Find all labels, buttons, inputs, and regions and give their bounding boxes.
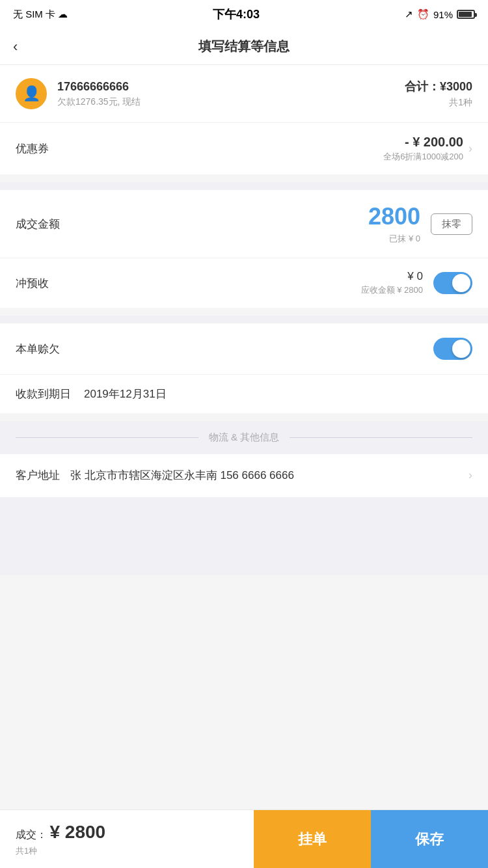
section-gap-1 [0,182,488,190]
customer-right: 合计：¥3000 共1种 [405,79,472,109]
logistics-title: 物流 & 其他信息 [198,431,290,444]
arrears-toggle[interactable] [433,338,472,360]
deal-amount-block: 2800 已抹 ¥ 0 [368,203,420,245]
coupon-label: 优惠券 [16,141,49,156]
page-title: 填写结算等信息 [198,38,290,55]
prepay-amount: ¥ 0 [361,270,423,283]
coupon-discount: - ¥ 200.00 [383,135,463,150]
deal-label: 成交金额 [16,217,60,232]
coupon-chevron-icon: › [468,142,472,156]
address-label: 客户地址 [16,468,60,483]
section-gap-2 [0,316,488,323]
footer-count: 共1种 [16,845,238,857]
avatar-icon: 👤 [23,85,40,102]
status-bar: 无 SIM 卡 ☁ 下午4:03 ↗ ⏰ 91% [0,0,488,29]
prepay-row: 冲预收 ¥ 0 应收金额 ¥ 2800 [0,258,488,308]
prepay-values: ¥ 0 应收金额 ¥ 2800 [361,270,423,296]
save-button[interactable]: 保存 [371,810,488,869]
logistics-section-header: 物流 & 其他信息 [0,421,488,454]
prepay-label: 冲预收 [16,276,49,291]
avatar: 👤 [16,78,47,109]
total-amount: 合计：¥3000 [405,79,472,94]
total-count: 共1种 [405,97,472,109]
bottom-spacer [0,497,488,575]
coupon-info: - ¥ 200.00 全场6折满1000减200 [383,135,463,163]
duedate-row: 收款到期日 2019年12月31日 [0,374,488,413]
duedate-label: 收款到期日 [16,387,71,401]
arrears-label: 本单赊欠 [16,342,60,357]
arrears-toggle-knob [452,340,470,358]
deal-subtext: 已抹 ¥ 0 [368,233,420,245]
coupon-right: - ¥ 200.00 全场6折满1000减200 › [383,135,472,163]
arrears-row: 本单赊欠 [0,323,488,374]
status-right: ↗ ⏰ 91% [405,8,475,20]
customer-card: 👤 17666666666 欠款1276.35元, 现结 合计：¥3000 共1… [0,65,488,174]
toggle-knob [452,274,470,292]
battery-icon [457,10,475,19]
arrears-card: 本单赊欠 收款到期日 2019年12月31日 [0,323,488,413]
coupon-desc: 全场6折满1000减200 [383,151,463,163]
hang-button[interactable]: 挂单 [254,810,371,869]
nav-bar: ‹ 填写结算等信息 [0,29,488,65]
deal-card: 成交金额 2800 已抹 ¥ 0 抹零 冲预收 ¥ 0 应收金额 ¥ 2800 [0,190,488,308]
footer-deal-label: 成交： [16,829,47,840]
footer-deal-line: 成交： ¥ 2800 [16,822,238,843]
customer-row: 👤 17666666666 欠款1276.35元, 现结 合计：¥3000 共1… [0,65,488,122]
duedate-value: 2019年12月31日 [84,387,167,401]
coupon-row[interactable]: 优惠券 - ¥ 200.00 全场6折满1000减200 › [0,122,488,174]
location-icon: ↗ [405,8,413,20]
address-row[interactable]: 客户地址 张 北京市市辖区海淀区永丰南 156 6666 6666 › [0,454,488,497]
back-button[interactable]: ‹ [8,33,23,61]
footer-amount: ¥ 2800 [49,822,105,842]
customer-info: 17666666666 欠款1276.35元, 现结 [57,80,141,108]
status-time: 下午4:03 [213,7,260,22]
deal-right: 2800 已抹 ¥ 0 抹零 [368,203,472,245]
customer-left: 👤 17666666666 欠款1276.35元, 现结 [16,78,141,109]
round-button[interactable]: 抹零 [431,213,472,235]
status-left: 无 SIM 卡 ☁ [13,8,68,21]
alarm-icon: ⏰ [417,8,429,20]
prepay-right: ¥ 0 应收金额 ¥ 2800 [361,270,472,296]
sim-label: 无 SIM 卡 ☁ [13,8,68,21]
address-chevron-icon: › [468,468,472,482]
footer: 成交： ¥ 2800 共1种 挂单 保存 [0,809,488,868]
prepay-toggle[interactable] [433,272,472,294]
deal-amount: 2800 [368,203,420,230]
battery-percent: 91% [433,9,453,20]
customer-subtext: 欠款1276.35元, 现结 [57,96,141,108]
prepay-subtext: 应收金额 ¥ 2800 [361,284,423,296]
deal-row: 成交金额 2800 已抹 ¥ 0 抹零 [0,190,488,258]
address-value: 张 北京市市辖区海淀区永丰南 156 6666 6666 [70,467,458,484]
footer-info: 成交： ¥ 2800 共1种 [0,822,254,857]
customer-phone: 17666666666 [57,80,141,94]
